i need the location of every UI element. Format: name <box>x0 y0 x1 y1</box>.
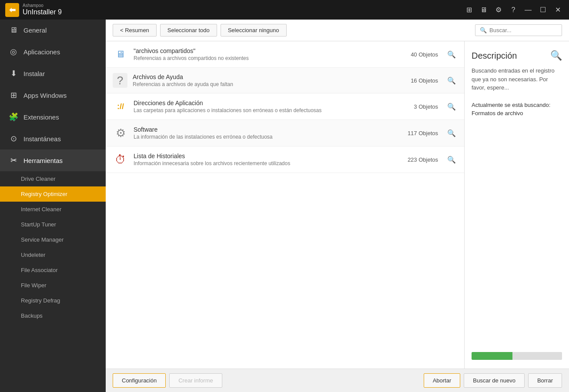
item-title: Direcciones de Aplicación <box>134 100 408 106</box>
description-body: Buscando entradas en el registro que ya … <box>472 66 562 92</box>
search-icon: 🔍 <box>480 27 487 33</box>
item-search-button[interactable]: 🔍 <box>446 75 457 86</box>
item-search-button[interactable]: 🔍 <box>446 154 457 165</box>
item-text-software: Software La información de las instalaci… <box>134 126 402 140</box>
item-icon-historiales: ⏱ <box>113 152 128 167</box>
extensiones-icon: 🧩 <box>9 112 18 122</box>
maximize-button[interactable]: ☐ <box>537 4 549 16</box>
sidebar-label-instalar: Instalar <box>23 70 45 77</box>
item-text-archivos-ayuda: Archivos de Ayuda Referencias a archivos… <box>133 73 405 87</box>
help-icon[interactable]: ? <box>507 4 519 16</box>
brand-label: Ashampoo <box>23 3 62 8</box>
item-icon-direcciones: :// <box>113 99 128 114</box>
item-desc: Las carpetas para aplicaciones o instala… <box>134 107 408 113</box>
settings-icon[interactable]: ⚙ <box>492 4 505 16</box>
sidebar-item-instantaneas[interactable]: ⊙ Instantáneas <box>0 128 106 149</box>
submenu-undeleter[interactable]: Undeleter <box>0 247 106 262</box>
item-title: "archivos compartidos" <box>134 47 405 54</box>
sidebar-label-instantaneas: Instantáneas <box>23 135 61 143</box>
progress-bar <box>472 352 562 360</box>
delete-button[interactable]: Borrar <box>528 373 562 388</box>
sidebar-item-extensiones[interactable]: 🧩 Extensiones <box>0 106 106 128</box>
description-title: Descripción <box>472 51 517 61</box>
submenu-service-manager[interactable]: Service Manager <box>0 232 106 247</box>
item-count: 223 Objetos <box>408 156 438 163</box>
item-icon-archivos-compartidos: 🖥 <box>113 47 128 62</box>
content-split: 🖥 "archivos compartidos" Referencias a a… <box>106 41 569 369</box>
description-panel: Descripción 🔍 Buscando entradas en el re… <box>465 41 569 369</box>
submenu-backups[interactable]: Backups <box>0 308 106 323</box>
item-title: Software <box>134 126 402 133</box>
config-button[interactable]: Configuración <box>113 373 166 388</box>
close-button[interactable]: ✕ <box>552 4 564 16</box>
sidebar-label-apps-windows: Apps Windows <box>23 92 67 99</box>
item-count: 16 Objetos <box>411 77 438 84</box>
select-all-button[interactable]: Seleccionar todo <box>160 24 217 37</box>
back-button[interactable]: < Resumen <box>113 24 157 37</box>
submenu-registry-optimizer[interactable]: Registry Optimizer <box>0 186 106 202</box>
search-again-button[interactable]: Buscar de nuevo <box>464 373 525 388</box>
select-none-button[interactable]: Seleccionar ninguno <box>221 24 287 37</box>
sidebar-item-herramientas[interactable]: ✂ Herramientas <box>0 149 106 171</box>
abort-button[interactable]: Abortar <box>424 373 461 388</box>
list-item[interactable]: 🖥 "archivos compartidos" Referencias a a… <box>106 41 464 68</box>
submenu-startup-tuner[interactable]: StartUp Tuner <box>0 217 106 232</box>
herramientas-icon: ✂ <box>9 156 18 165</box>
scanning-label: Actualmente se está buscando: <box>472 102 550 108</box>
sidebar-item-instalar[interactable]: ⬇ Instalar <box>0 63 106 84</box>
window-controls: ⊞ 🖥 ⚙ ? — ☐ ✕ <box>463 4 564 16</box>
sidebar-item-aplicaciones[interactable]: ◎ Aplicaciones <box>0 41 106 63</box>
item-count: 3 Objetos <box>414 103 438 110</box>
item-icon-software: ⚙ <box>113 125 128 141</box>
sidebar-item-apps-windows[interactable]: ⊞ Apps Windows <box>0 84 106 106</box>
sidebar-label-extensiones: Extensiones <box>23 113 59 121</box>
item-count: 40 Objetos <box>411 51 438 58</box>
search-input[interactable] <box>489 27 557 33</box>
item-text-archivos-compartidos: "archivos compartidos" Referencias a arc… <box>134 47 405 61</box>
item-icon-archivos-ayuda: ? <box>113 73 127 88</box>
sidebar-submenu: Drive Cleaner Registry Optimizer Interne… <box>0 171 106 323</box>
item-search-button[interactable]: 🔍 <box>446 127 457 139</box>
sidebar-label-herramientas: Herramientas <box>23 157 63 164</box>
create-report-button: Crear informe <box>169 373 222 388</box>
titlebar: ⬅ Ashampoo UnInstaller 9 ⊞ 🖥 ⚙ ? — ☐ ✕ <box>0 0 569 20</box>
list-item[interactable]: ? Archivos de Ayuda Referencias a archiv… <box>106 68 464 93</box>
sidebar-item-general[interactable]: 🖥 General <box>0 20 106 41</box>
icon2-button[interactable]: 🖥 <box>478 4 490 16</box>
app-name-label: UnInstaller 9 <box>23 8 62 16</box>
content-area: < Resumen Seleccionar todo Seleccionar n… <box>106 20 569 392</box>
item-search-button[interactable]: 🔍 <box>446 101 457 112</box>
sidebar-label-general: General <box>23 27 47 34</box>
item-text-direcciones: Direcciones de Aplicación Las carpetas p… <box>134 100 408 113</box>
sidebar-label-aplicaciones: Aplicaciones <box>23 48 60 56</box>
list-panel: 🖥 "archivos compartidos" Referencias a a… <box>106 41 465 369</box>
apps-windows-icon: ⊞ <box>9 90 18 100</box>
submenu-drive-cleaner[interactable]: Drive Cleaner <box>0 171 106 186</box>
item-search-button[interactable]: 🔍 <box>446 49 457 60</box>
submenu-file-associator[interactable]: File Associator <box>0 262 106 278</box>
minimize-button[interactable]: — <box>522 4 534 16</box>
description-header: Descripción 🔍 <box>472 50 562 61</box>
icon1-button[interactable]: ⊞ <box>463 4 475 16</box>
sidebar: 🖥 General ◎ Aplicaciones ⬇ Instalar ⊞ Ap… <box>0 20 106 392</box>
progress-bar-fill <box>472 352 512 360</box>
list-item[interactable]: ⏱ Lista de Historiales Información innec… <box>106 146 464 173</box>
instalar-icon: ⬇ <box>9 69 18 78</box>
description-search-icon: 🔍 <box>550 50 562 61</box>
search-box[interactable]: 🔍 <box>475 24 562 36</box>
app-title-text: Ashampoo UnInstaller 9 <box>23 3 62 16</box>
list-item[interactable]: ⚙ Software La información de las instala… <box>106 120 464 146</box>
main-layout: 🖥 General ◎ Aplicaciones ⬇ Instalar ⊞ Ap… <box>0 20 569 392</box>
submenu-file-wiper[interactable]: File Wiper <box>0 278 106 293</box>
submenu-internet-cleaner[interactable]: Internet Cleaner <box>0 202 106 217</box>
logo-icon: ⬅ <box>5 3 19 17</box>
item-desc: La información de las instalaciones es e… <box>134 134 402 140</box>
item-title: Lista de Historiales <box>134 153 402 159</box>
app-logo: ⬅ Ashampoo UnInstaller 9 <box>5 3 62 17</box>
item-desc: Referencias a archivos de ayuda que falt… <box>133 81 405 87</box>
bottom-right-buttons: Abortar Buscar de nuevo Borrar <box>424 373 562 388</box>
scanning-value: Formatos de archivo <box>472 110 523 116</box>
item-text-historiales: Lista de Historiales Información inneces… <box>134 153 402 166</box>
list-item[interactable]: :// Direcciones de Aplicación Las carpet… <box>106 93 464 120</box>
submenu-registry-defrag[interactable]: Registry Defrag <box>0 293 106 308</box>
